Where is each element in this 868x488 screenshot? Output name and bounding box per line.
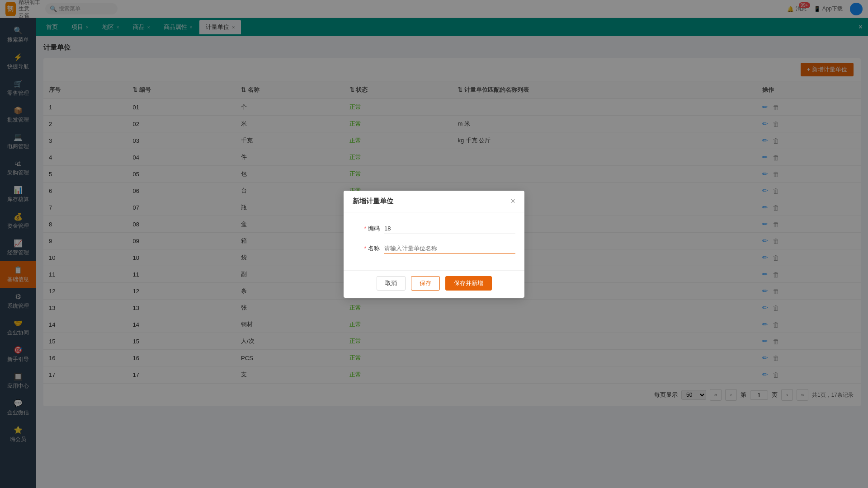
save-button[interactable]: 保存 [411,276,440,291]
modal-header: 新增计量单位 × [344,191,524,212]
modal-body: 编码 名称 [344,212,524,270]
code-field-row: 编码 [353,223,515,234]
name-label: 名称 [353,244,380,253]
modal-overlay: 新增计量单位 × 编码 名称 取消 保存 保存并新增 [0,0,868,488]
name-field-row: 名称 [353,243,515,254]
modal-close-button[interactable]: × [510,197,515,205]
code-input[interactable] [384,223,515,234]
modal-footer: 取消 保存 保存并新增 [344,270,524,298]
name-input[interactable] [384,243,515,254]
cancel-button[interactable]: 取消 [377,276,406,291]
code-label: 编码 [353,225,380,233]
add-unit-modal: 新增计量单位 × 编码 名称 取消 保存 保存并新增 [344,191,524,298]
save-and-new-button[interactable]: 保存并新增 [445,276,492,291]
modal-title: 新增计量单位 [353,197,393,206]
